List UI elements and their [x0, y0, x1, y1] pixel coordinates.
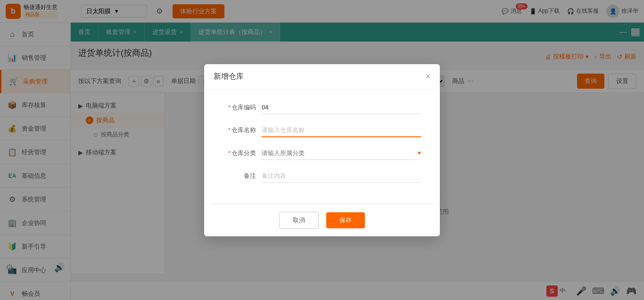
- category-dropdown-icon[interactable]: ▾: [418, 149, 421, 157]
- form-row-remark: 备注: [223, 169, 421, 183]
- category-label: *仓库分类: [223, 149, 256, 158]
- code-input[interactable]: [262, 101, 421, 114]
- modal-body: *仓库编码 *仓库名称 *仓库分类 ▾: [204, 90, 440, 203]
- name-label: *仓库名称: [223, 126, 256, 134]
- save-button[interactable]: 保存: [326, 212, 365, 228]
- code-label: *仓库编码: [223, 103, 256, 112]
- remark-label: 备注: [223, 172, 256, 180]
- name-input[interactable]: [262, 124, 421, 137]
- form-row-category: *仓库分类 ▾: [223, 147, 421, 160]
- form-row-name: *仓库名称: [223, 124, 421, 137]
- cancel-button[interactable]: 取消: [279, 212, 319, 229]
- modal-title: 新增仓库: [214, 72, 244, 82]
- category-input[interactable]: [262, 147, 418, 159]
- form-row-code: *仓库编码: [223, 101, 421, 114]
- category-select-wrap: ▾: [262, 147, 421, 160]
- modal-header: 新增仓库 ×: [204, 64, 440, 90]
- modal-close-button[interactable]: ×: [425, 72, 430, 82]
- add-warehouse-modal: 新增仓库 × *仓库编码 *仓库名称 *仓库分类: [204, 64, 440, 236]
- remark-input[interactable]: [262, 169, 421, 183]
- modal-overlay[interactable]: 新增仓库 × *仓库编码 *仓库名称 *仓库分类: [0, 0, 644, 300]
- modal-footer: 取消 保存: [204, 204, 440, 236]
